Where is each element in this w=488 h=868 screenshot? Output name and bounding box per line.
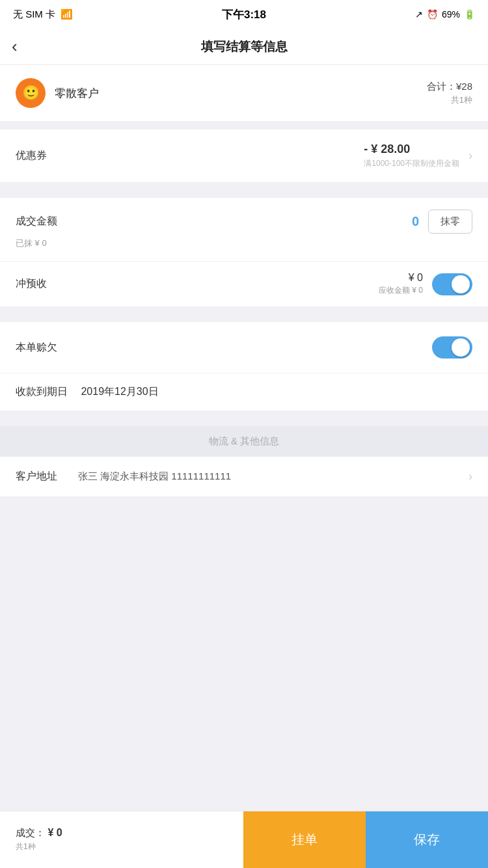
deal-card: 成交金额 0 抹零 已抹 ¥ 0 冲预收 ¥ 0 应收金额 ¥ 0: [0, 198, 488, 306]
debt-card: 本单赊欠 收款到期日 2019年12月30日: [0, 322, 488, 411]
flush-label: 冲预收: [16, 277, 47, 291]
bottom-deal-amount: ¥ 0: [47, 827, 62, 838]
section-header: 物流 & 其他信息: [0, 426, 488, 457]
deal-amount-label: 成交金额: [16, 215, 57, 228]
back-button[interactable]: ‹: [12, 36, 18, 57]
bottom-count: 共1种: [16, 841, 228, 852]
wifi-icon: 📶: [61, 8, 73, 20]
debt-toggle[interactable]: [432, 336, 472, 359]
customer-card: 🙂 零散客户 合计：¥28 共1种: [0, 65, 488, 121]
customer-name: 零散客户: [55, 86, 99, 101]
bottom-bar: 成交： ¥ 0 共1种 挂单 保存: [0, 811, 488, 868]
flush-toggle-knob: [452, 275, 470, 293]
flush-advance-row: 冲预收 ¥ 0 应收金额 ¥ 0: [0, 261, 488, 306]
no-sim-label: 无 SIM 卡: [13, 8, 55, 21]
battery-label: 69%: [442, 9, 460, 20]
chevron-icon: ›: [468, 149, 472, 163]
hold-button[interactable]: 挂单: [243, 811, 366, 869]
separator-3: [0, 418, 488, 426]
deal-row-top: 成交金额 0 抹零: [16, 210, 472, 234]
coupon-card[interactable]: 优惠券 - ¥ 28.00 满1000-100不限制使用金额 ›: [0, 129, 488, 182]
debt-toggle-knob: [452, 338, 470, 357]
battery-icon: 🔋: [464, 9, 475, 20]
separator-1: [0, 190, 488, 198]
total-amount: 合计：¥28: [427, 81, 472, 93]
due-date-row: 收款到期日 2019年12月30日: [0, 373, 488, 411]
coupon-label: 优惠券: [16, 149, 47, 163]
flush-amount-sub: 应收金额 ¥ 0: [379, 285, 423, 296]
address-row[interactable]: 客户地址 张三 海淀永丰科技园 11111111111 ›: [0, 457, 488, 496]
section-header-label: 物流 & 其他信息: [209, 435, 279, 446]
address-label: 客户地址: [16, 470, 68, 483]
alarm-icon: ⏰: [427, 9, 438, 20]
coupon-sub: 满1000-100不限制使用金额: [364, 158, 459, 169]
status-right: ↗ ⏰ 69% 🔋: [415, 9, 475, 20]
bottom-info: 成交： ¥ 0 共1种: [0, 827, 243, 852]
main-content: 🙂 零散客户 合计：¥28 共1种 优惠券 - ¥ 28.00 满1000-10…: [0, 65, 488, 569]
bottom-deal-label: 成交：: [16, 827, 45, 838]
due-date-value: 2019年12月30日: [81, 386, 158, 397]
address-chevron-icon: ›: [468, 470, 472, 483]
customer-left: 🙂 零散客户: [16, 78, 99, 108]
save-button[interactable]: 保存: [366, 811, 488, 869]
avatar-icon: 🙂: [22, 85, 40, 102]
flush-toggle[interactable]: [432, 273, 472, 295]
flush-amounts: ¥ 0 应收金额 ¥ 0: [379, 272, 423, 296]
due-date-label: 收款到期日: [16, 386, 68, 397]
bottom-deal-line: 成交： ¥ 0: [16, 827, 228, 839]
customer-total: 合计：¥28 共1种: [427, 81, 472, 106]
debt-label: 本单赊欠: [16, 341, 57, 355]
page-title: 填写结算等信息: [201, 38, 288, 55]
status-time: 下午3:18: [222, 7, 266, 22]
coupon-row[interactable]: 优惠券 - ¥ 28.00 满1000-100不限制使用金额 ›: [0, 129, 488, 182]
coupon-value: - ¥ 28.00: [364, 142, 459, 156]
round-off-button[interactable]: 抹零: [428, 210, 472, 234]
status-bar: 无 SIM 卡 📶 下午3:18 ↗ ⏰ 69% 🔋: [0, 0, 488, 29]
customer-row: 🙂 零散客户 合计：¥28 共1种: [0, 65, 488, 121]
deal-input-area: 0 抹零: [412, 210, 472, 234]
address-card[interactable]: 客户地址 张三 海淀永丰科技园 11111111111 ›: [0, 457, 488, 496]
address-value: 张三 海淀永丰科技园 11111111111: [78, 470, 466, 483]
debt-row: 本单赊欠: [0, 322, 488, 373]
flush-amount-main: ¥ 0: [379, 272, 423, 284]
deal-sub: 已抹 ¥ 0: [16, 237, 472, 256]
separator-2: [0, 314, 488, 322]
deal-value[interactable]: 0: [412, 214, 419, 229]
avatar: 🙂: [16, 78, 46, 108]
status-left: 无 SIM 卡 📶: [13, 8, 73, 21]
coupon-right: - ¥ 28.00 满1000-100不限制使用金额 ›: [364, 142, 472, 169]
location-icon: ↗: [415, 9, 423, 20]
deal-amount-row: 成交金额 0 抹零 已抹 ¥ 0: [0, 198, 488, 261]
flush-right: ¥ 0 应收金额 ¥ 0: [379, 272, 472, 296]
total-count: 共1种: [427, 94, 472, 106]
nav-bar: ‹ 填写结算等信息: [0, 29, 488, 65]
